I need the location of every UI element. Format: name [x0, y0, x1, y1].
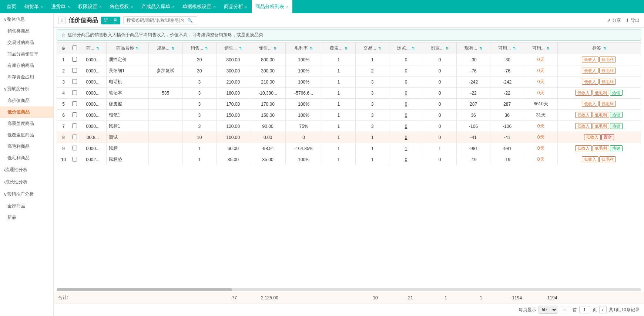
sidebar-item-全部商品[interactable]: 全部商品 [0, 200, 53, 212]
cell-current: -30 [457, 54, 490, 65]
col-coverage[interactable]: 覆盖... ⇅ [322, 43, 355, 54]
sidebar-group-成长性分析[interactable]: › 成长性分析 [0, 176, 53, 188]
row-checkbox[interactable] [72, 135, 77, 139]
cell-check[interactable] [70, 154, 79, 165]
sidebar-group-流通性分析[interactable]: › 流通性分析 [0, 164, 53, 176]
cell-check[interactable] [70, 110, 79, 121]
close-icon[interactable]: × [131, 4, 133, 9]
nav-item-单据模板设置[interactable]: 单据模板设置× [179, 0, 219, 13]
row-checkbox[interactable] [72, 123, 77, 128]
row-checkbox[interactable] [72, 112, 77, 117]
next-page-btn[interactable]: › [599, 306, 607, 313]
sidebar-item-新品[interactable]: 新品 [0, 212, 53, 223]
cell-view1[interactable]: 1 [389, 143, 423, 154]
sidebar-item-商品分类销售率[interactable]: 商品分类销售率 [0, 48, 53, 60]
col-tags[interactable]: 标签 ⇅ [558, 43, 641, 54]
view-link[interactable]: 0 [405, 113, 407, 118]
sidebar-item-低价值商品[interactable]: 低价值商品 [0, 106, 53, 118]
nav-item-商品分析列表[interactable]: 商品分析列表× [252, 0, 292, 13]
col-trade[interactable]: 交易... ⇅ [355, 43, 389, 54]
cell-gross: 100% [286, 65, 322, 77]
sidebar-item-低毛利商品[interactable]: 低毛利商品 [0, 152, 53, 164]
col-sellable[interactable]: 可销... ⇅ [524, 43, 558, 54]
sidebar-item-低覆盖度商品[interactable]: 低覆盖度商品 [0, 129, 53, 141]
sidebar-group-整体信息[interactable]: ∨ 整体信息 [0, 13, 53, 26]
col-checkbox[interactable] [70, 43, 79, 54]
nav-item-角色授权[interactable]: 角色授权× [106, 0, 137, 13]
view-link[interactable]: 0 [405, 157, 407, 162]
row-checkbox[interactable] [72, 146, 77, 150]
close-icon[interactable]: × [286, 4, 288, 9]
horizontal-scrollbar[interactable] [57, 288, 641, 291]
close-icon[interactable]: × [99, 4, 101, 9]
cell-check[interactable] [70, 77, 79, 88]
first-page-btn[interactable]: ≪ [560, 306, 570, 313]
col-available-stock[interactable]: 可用... ⇅ [490, 43, 524, 54]
row-checkbox[interactable] [72, 101, 77, 106]
cell-check[interactable] [70, 88, 79, 99]
col-name[interactable]: 商品名称 ⇅ [106, 43, 148, 54]
row-checkbox[interactable] [72, 157, 77, 162]
view-link[interactable]: 0 [405, 124, 407, 129]
row-checkbox[interactable] [72, 79, 77, 84]
col-sales-avg[interactable]: 销售... ⇅ [250, 43, 285, 54]
view-link[interactable]: 0 [405, 57, 407, 62]
close-icon[interactable]: × [213, 4, 215, 9]
nav-item-产成品入库单[interactable]: 产成品入库单× [138, 0, 178, 13]
collapse-sidebar-btn[interactable]: « [58, 17, 66, 24]
nav-item-销货单[interactable]: 销货单× [21, 0, 47, 13]
close-icon[interactable]: × [67, 4, 70, 9]
sidebar-item-高覆盖度商品[interactable]: 高覆盖度商品 [0, 118, 53, 129]
close-icon[interactable]: × [41, 4, 43, 9]
col-settings[interactable]: ⚙ [57, 43, 70, 54]
page-size-select[interactable]: 50 100 [539, 306, 557, 314]
export-button[interactable]: ⬇ 导出 [625, 17, 640, 24]
row-checkbox[interactable] [72, 57, 77, 62]
sidebar-item-高毛利商品[interactable]: 高毛利商品 [0, 141, 53, 152]
filter-tag[interactable]: 近一月 [101, 17, 120, 24]
close-icon[interactable]: × [172, 4, 174, 9]
sidebar-item-交易过的商品[interactable]: 交易过的商品 [0, 37, 53, 48]
data-table: ⚙ 商... ⇅ 商品名称 ⇅ 规格... ⇅ 销售... ⇅ 销售... ⇅ … [57, 42, 641, 165]
view-link[interactable]: 0 [405, 68, 407, 74]
col-view2[interactable]: 浏览... ⇅ [423, 43, 457, 54]
cell-check[interactable] [70, 132, 79, 143]
col-spec[interactable]: 规格... ⇅ [148, 43, 182, 54]
cell-check[interactable] [70, 99, 79, 110]
select-all-checkbox[interactable] [72, 45, 77, 50]
view-link[interactable]: 1 [405, 146, 407, 151]
scroll-thumb[interactable] [57, 288, 232, 291]
nav-item-权限设置[interactable]: 权限设置× [74, 0, 105, 13]
sidebar-item-高价值商品[interactable]: 高价值商品 [0, 95, 53, 106]
close-icon[interactable]: × [245, 4, 247, 9]
search-input[interactable] [127, 18, 186, 23]
search-icon[interactable]: 🔍 [187, 18, 193, 23]
cell-check[interactable] [70, 121, 79, 132]
nav-item-商品分析[interactable]: 商品分析× [220, 0, 251, 13]
col-sales-amt[interactable]: 销售... ⇅ [216, 43, 250, 54]
col-sales-qty[interactable]: 销售... ⇅ [182, 43, 216, 54]
sidebar-item-有库存的商品[interactable]: 有库存的商品 [0, 60, 53, 71]
page-input[interactable] [579, 306, 590, 313]
cell-check[interactable] [70, 143, 79, 154]
cell-check[interactable] [70, 65, 79, 77]
sidebar-item-库存资金占用[interactable]: 库存资金占用 [0, 71, 53, 83]
nav-item-进货单[interactable]: 进货单× [47, 0, 73, 13]
view-link[interactable]: 0 [405, 91, 407, 96]
sidebar-item-销售类商品[interactable]: 销售类商品 [0, 26, 53, 37]
view-link[interactable]: 0 [405, 135, 407, 140]
cell-check[interactable] [70, 54, 79, 65]
nav-item-首页[interactable]: 首页 [3, 0, 20, 13]
share-button[interactable]: ⇗ 分享 [607, 17, 621, 24]
row-checkbox[interactable] [72, 68, 77, 73]
col-code[interactable]: 商... ⇅ [79, 43, 107, 54]
view-link[interactable]: 0 [405, 79, 407, 85]
cell-current: -981 [457, 143, 490, 154]
col-view1[interactable]: 浏览... ⇅ [389, 43, 423, 54]
sidebar-group-营销推广分析[interactable]: ∨ 营销推广分析 [0, 188, 53, 200]
col-gross-rate[interactable]: 毛利率 ⇅ [286, 43, 322, 54]
sidebar-group-贡献度分析[interactable]: ∨ 贡献度分析 [0, 83, 53, 95]
row-checkbox[interactable] [72, 90, 77, 95]
col-current-stock[interactable]: 现有... ⇅ [457, 43, 490, 54]
view-link[interactable]: 0 [405, 102, 407, 107]
